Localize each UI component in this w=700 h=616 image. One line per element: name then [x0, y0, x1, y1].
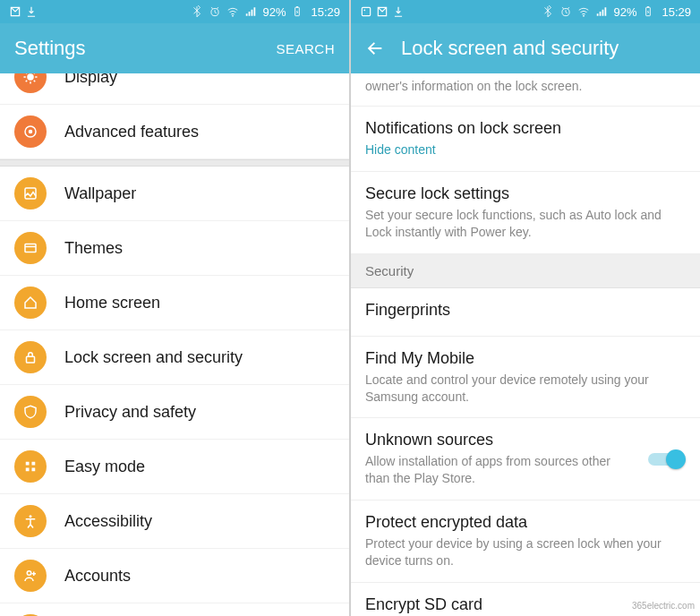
signal-icon: [595, 5, 608, 18]
setting-sub-cutoff: owner's information on the lock screen.: [351, 73, 700, 107]
settings-item-backup-reset[interactable]: Backup and reset: [0, 603, 349, 616]
list-item-label: Home screen: [64, 294, 160, 312]
back-button[interactable]: [365, 38, 385, 58]
section-gap: [0, 159, 349, 167]
setting-title: Protect encrypted data: [365, 513, 686, 532]
security-settings-list: owner's information on the lock screen. …: [351, 73, 700, 616]
toggle-unknown-sources[interactable]: [648, 449, 686, 469]
battery-icon: [291, 5, 303, 18]
clock-time: 15:29: [662, 5, 691, 19]
advanced-icon: [14, 116, 47, 148]
list-item-label: Privacy and safety: [64, 403, 196, 422]
setting-fingerprints[interactable]: Fingerprints: [351, 288, 700, 337]
list-item-label: Advanced features: [64, 123, 199, 141]
home-icon: [14, 287, 47, 319]
svg-rect-10: [26, 462, 30, 466]
list-item-label: Easy mode: [64, 458, 145, 476]
settings-item-accounts[interactable]: Accounts: [0, 549, 349, 603]
battery-percent: 92%: [613, 5, 636, 19]
setting-title: Unknown sources: [365, 431, 686, 449]
setting-title: Fingerprints: [365, 301, 686, 320]
lock-screen-security-screen: 92% 15:29 Lock screen and security owner…: [351, 0, 700, 616]
svg-rect-11: [32, 462, 36, 466]
list-item-label: Accounts: [64, 567, 131, 586]
svg-point-4: [27, 73, 34, 81]
privacy-icon: [14, 396, 47, 428]
svg-rect-16: [362, 7, 370, 15]
image-icon: [360, 5, 372, 18]
bluetooth-icon: [191, 5, 203, 18]
settings-list: Display Advanced features Wallpaper Them…: [0, 73, 349, 616]
setting-encrypt-sd-card[interactable]: Encrypt SD card Protect your SD card by …: [351, 583, 700, 616]
page-title: Lock screen and security: [401, 37, 619, 60]
settings-item-lock-screen-security[interactable]: Lock screen and security: [0, 330, 349, 385]
svg-rect-3: [296, 6, 298, 7]
mail-icon: [376, 5, 388, 18]
battery-icon: [642, 5, 654, 18]
list-item-label: Themes: [64, 239, 123, 258]
setting-subtitle: Protect your device by using a screen lo…: [365, 535, 686, 569]
lock-icon: [14, 341, 47, 373]
setting-title: Secure lock settings: [365, 184, 686, 203]
mail-icon: [9, 5, 21, 18]
status-bar: 92% 15:29: [351, 0, 700, 23]
list-item-label: Wallpaper: [64, 184, 136, 203]
svg-rect-13: [32, 468, 36, 472]
search-button[interactable]: SEARCH: [276, 41, 335, 56]
settings-item-display[interactable]: Display: [0, 73, 349, 105]
clock-time: 15:29: [311, 5, 340, 19]
settings-screen: 92% 15:29 Settings SEARCH Display Advanc…: [0, 0, 349, 616]
bluetooth-icon: [542, 5, 554, 18]
setting-find-my-mobile[interactable]: Find My Mobile Locate and control your d…: [351, 337, 700, 419]
accounts-icon: [14, 560, 47, 592]
wifi-icon: [226, 5, 239, 18]
settings-item-home-screen[interactable]: Home screen: [0, 276, 349, 330]
arrow-left-icon: [365, 38, 385, 58]
battery-percent: 92%: [262, 5, 286, 19]
settings-item-wallpaper[interactable]: Wallpaper: [0, 167, 349, 221]
download-icon: [25, 5, 38, 18]
easy-mode-icon: [14, 450, 47, 483]
list-item-label: Accessibility: [64, 512, 152, 531]
svg-point-15: [27, 571, 31, 576]
setting-protect-encrypted-data[interactable]: Protect encrypted data Protect your devi…: [351, 500, 700, 583]
settings-item-easy-mode[interactable]: Easy mode: [0, 440, 349, 494]
list-item-label: Display: [64, 73, 117, 87]
setting-unknown-sources[interactable]: Unknown sources Allow installation of ap…: [351, 418, 700, 500]
svg-rect-8: [25, 244, 36, 252]
app-bar-settings: Settings SEARCH: [0, 23, 349, 73]
setting-notifications-lock-screen[interactable]: Notifications on lock screen Hide conten…: [351, 107, 700, 172]
settings-item-privacy-safety[interactable]: Privacy and safety: [0, 385, 349, 440]
svg-point-14: [30, 515, 32, 518]
page-title: Settings: [14, 37, 86, 60]
setting-subtitle: Hide content: [365, 141, 686, 158]
setting-secure-lock[interactable]: Secure lock settings Set your secure loc…: [351, 172, 700, 254]
settings-item-advanced-features[interactable]: Advanced features: [0, 105, 349, 159]
accessibility-icon: [14, 505, 47, 537]
settings-item-themes[interactable]: Themes: [0, 221, 349, 276]
themes-icon: [14, 232, 47, 264]
section-header-security: Security: [351, 254, 700, 288]
watermark: 365electric.com: [632, 601, 695, 611]
setting-subtitle: Set your secure lock functions, such as …: [365, 207, 686, 241]
display-icon: [14, 73, 47, 93]
wallpaper-icon: [14, 177, 47, 210]
alarm-icon: [209, 5, 221, 18]
setting-title: Notifications on lock screen: [365, 119, 686, 138]
svg-rect-9: [27, 356, 35, 363]
signal-icon: [244, 5, 257, 18]
setting-subtitle: Allow installation of apps from sources …: [365, 453, 686, 487]
svg-point-6: [29, 130, 33, 134]
download-icon: [392, 5, 405, 18]
alarm-icon: [559, 5, 572, 18]
setting-subtitle: Locate and control your device remotely …: [365, 372, 686, 406]
app-bar-lock-security: Lock screen and security: [351, 23, 700, 73]
status-bar: 92% 15:29: [0, 0, 349, 23]
svg-point-1: [233, 15, 235, 17]
list-item-label: Lock screen and security: [64, 348, 243, 367]
settings-item-accessibility[interactable]: Accessibility: [0, 494, 349, 549]
svg-rect-12: [26, 468, 30, 472]
svg-point-17: [363, 9, 365, 11]
setting-title: Find My Mobile: [365, 349, 686, 368]
svg-rect-21: [647, 6, 649, 7]
